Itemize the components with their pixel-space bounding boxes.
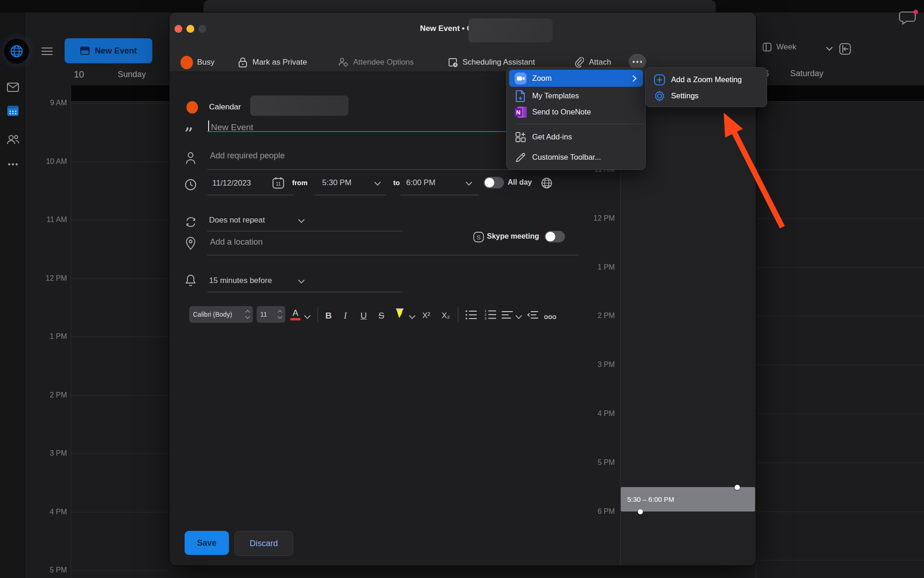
mark-as-private-button[interactable]: Mark as Private <box>237 55 307 69</box>
svg-text:3: 3 <box>485 317 486 320</box>
app-sidebar <box>0 12 26 578</box>
numbered-list-button[interactable]: 123 <box>485 309 497 322</box>
start-time-input[interactable]: 5:30 PM <box>322 178 351 187</box>
pane-time-label: 5 PM <box>582 458 615 467</box>
event-preview-block[interactable]: 5:30 – 6:00 PM <box>621 487 755 512</box>
busy-status-button[interactable]: Busy <box>180 55 215 69</box>
date-input[interactable]: 11/12/2023 <box>212 179 251 188</box>
date-picker-icon[interactable]: 11 <box>272 177 284 191</box>
submenu-item-add-zoom-meeting[interactable]: Add a Zoom Meeting <box>648 71 764 88</box>
font-family-select[interactable]: Calibri (Body) <box>189 306 253 323</box>
time-label: 1 PM <box>35 332 67 341</box>
repeat-chevron-icon[interactable] <box>298 217 305 223</box>
collapse-panel-icon[interactable] <box>839 43 851 57</box>
reminder-chevron-icon[interactable] <box>298 277 305 283</box>
time-label: 9 AM <box>35 99 67 107</box>
day-number-sunday[interactable]: 10 <box>74 69 84 80</box>
divider <box>458 307 458 322</box>
subscript-button[interactable]: X₂ <box>442 309 450 323</box>
bullet-list-button[interactable] <box>465 310 477 322</box>
attendee-options-button[interactable]: Attendee Options <box>338 55 414 69</box>
day-name-saturday[interactable]: Saturday <box>790 69 823 78</box>
start-time-underline <box>315 195 386 195</box>
indent-button[interactable] <box>527 311 538 321</box>
end-time-input[interactable]: 6:00 PM <box>406 178 435 187</box>
event-resize-handle-top[interactable] <box>735 485 740 490</box>
paperclip-icon <box>574 57 585 68</box>
chat-bubble-icon[interactable] <box>898 9 918 25</box>
pane-time-label: 4 PM <box>582 409 615 418</box>
grid-hline <box>756 512 924 512</box>
strikethrough-button[interactable]: S <box>378 309 384 323</box>
week-view-selector[interactable]: Week <box>762 42 796 52</box>
people-module-icon[interactable] <box>6 133 19 146</box>
stepper-arrows-icon <box>246 311 249 318</box>
more-options-menu: Zoom My Templates <box>506 67 646 170</box>
italic-button[interactable]: I <box>344 309 347 323</box>
skype-meeting-label: Skype meeting <box>487 232 539 241</box>
to-label: to <box>393 179 400 187</box>
hamburger-menu-icon[interactable] <box>42 45 53 57</box>
more-formatting-button[interactable] <box>544 313 557 321</box>
save-button[interactable]: Save <box>185 531 229 555</box>
time-label: 11 AM <box>35 216 67 224</box>
save-label: Save <box>197 538 216 548</box>
time-label: 4 PM <box>35 508 67 516</box>
more-modules-icon[interactable] <box>6 158 19 171</box>
bold-button[interactable]: B <box>325 309 332 323</box>
onenote-icon: N <box>515 106 527 118</box>
grid-hline <box>756 365 924 365</box>
menu-item-get-addins[interactable]: Get Add-ins <box>509 128 643 145</box>
skype-meeting-toggle[interactable] <box>545 231 565 242</box>
addins-icon <box>515 131 527 143</box>
grid-hline <box>71 453 169 454</box>
discard-label: Discard <box>250 539 278 548</box>
mail-icon[interactable] <box>6 81 19 94</box>
calendar-module-icon[interactable] <box>6 104 19 117</box>
redacted-calendar-name[interactable] <box>250 96 348 116</box>
font-color-chevron-icon[interactable] <box>304 313 311 319</box>
grid-hline <box>756 267 924 268</box>
timezone-globe-icon[interactable] <box>541 177 552 191</box>
svg-text:11: 11 <box>276 181 281 187</box>
font-size-select[interactable]: 11 <box>257 306 285 323</box>
align-chevron-icon[interactable] <box>516 313 522 319</box>
menu-item-my-templates[interactable]: My Templates <box>509 87 643 104</box>
highlight-button[interactable] <box>394 308 406 323</box>
menu-item-label: My Templates <box>532 91 579 100</box>
new-event-button[interactable]: New Event <box>65 38 152 63</box>
day-name-sunday[interactable]: Sunday <box>118 70 146 79</box>
allday-toggle[interactable] <box>484 177 504 188</box>
menu-item-send-to-onenote[interactable]: N Send to OneNote <box>509 103 643 120</box>
superscript-button[interactable]: X² <box>422 309 430 323</box>
underline-button[interactable]: U <box>360 309 367 323</box>
highlight-chevron-icon[interactable] <box>409 313 415 319</box>
attendee-options-label: Attendee Options <box>353 58 414 67</box>
allday-band-left <box>71 85 169 102</box>
date-underline <box>207 195 293 195</box>
font-color-button[interactable]: A <box>290 308 300 320</box>
svg-text:1: 1 <box>485 309 486 313</box>
discard-button[interactable]: Discard <box>234 531 293 556</box>
submenu-item-label: Settings <box>671 91 699 100</box>
location-input[interactable]: Add a location <box>210 237 263 247</box>
repeat-select[interactable]: Does not repeat <box>209 216 265 225</box>
clock-icon <box>184 177 197 193</box>
time-label: 3 PM <box>35 449 67 458</box>
week-chevron-down-icon[interactable] <box>826 44 833 51</box>
align-button[interactable] <box>502 311 513 321</box>
menu-item-customise-toolbar[interactable]: Customise Toolbar... <box>509 149 643 166</box>
reminder-select[interactable]: 15 minutes before <box>209 276 272 285</box>
calendar-glyph-icon <box>80 46 90 56</box>
menu-item-zoom[interactable]: Zoom <box>509 70 643 87</box>
event-resize-handle-bottom[interactable] <box>638 509 643 514</box>
time-label: 5 PM <box>35 566 67 574</box>
location-pin-icon <box>184 236 197 252</box>
app-logo-globe-icon[interactable] <box>4 39 29 64</box>
required-people-input[interactable]: Add required people <box>210 151 285 161</box>
end-time-chevron-icon[interactable] <box>466 179 472 186</box>
reminder-underline <box>207 292 402 292</box>
start-time-chevron-icon[interactable] <box>374 179 381 186</box>
attendee-options-icon <box>338 57 349 68</box>
end-time-underline <box>401 195 479 195</box>
